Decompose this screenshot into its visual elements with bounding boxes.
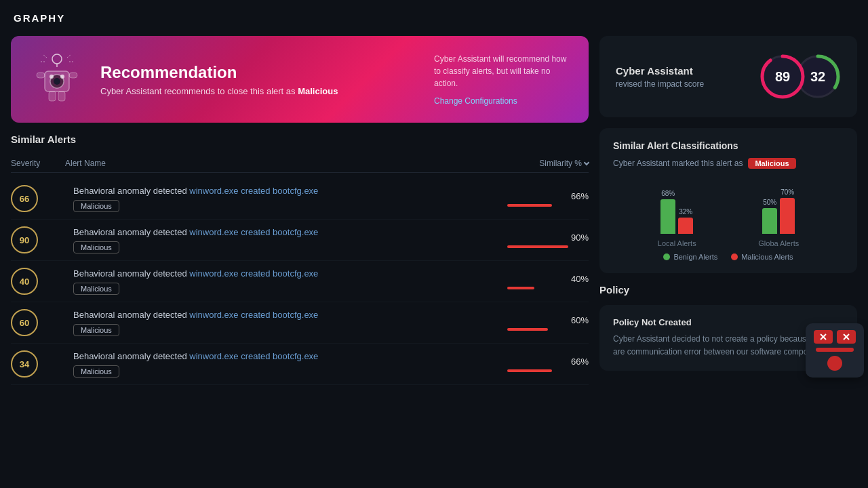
- alert-name-text: Behavioral anomaly detected winword.exe …: [73, 268, 507, 279]
- benign-bar-label: 50%: [763, 199, 776, 206]
- alert-name-highlight: winword.exe created bootcfg.exe: [189, 310, 318, 320]
- alert-name-text: Behavioral anomaly detected winword.exe …: [73, 351, 507, 361]
- mini-card-row: [814, 330, 856, 344]
- cyber-marked-row: Cyber Assistant marked this alert as Mal…: [613, 158, 844, 169]
- bar-group: 50% 70% Globa Alerts: [758, 169, 799, 247]
- policy-mini-card: [806, 323, 864, 378]
- severity-col: 40: [11, 268, 65, 295]
- cyber-marked-text: Cyber Assistant marked this alert as: [613, 159, 743, 168]
- severity-badge: 34: [11, 350, 38, 378]
- score-text: Cyber Assistant revised the impact score: [616, 65, 704, 89]
- severity-col: 60: [11, 309, 65, 336]
- alert-name-highlight: winword.exe created bootcfg.exe: [189, 227, 318, 237]
- svg-point-9: [50, 75, 54, 79]
- left-score-value: 89: [775, 69, 790, 85]
- similarity-bar: [507, 204, 552, 207]
- score-circles: 89 32: [760, 54, 841, 100]
- top-nav: GRAPHY: [0, 0, 868, 36]
- severity-badge: 90: [11, 226, 38, 253]
- similarity-col: 40%: [507, 274, 589, 289]
- mini-btn-1: [814, 330, 833, 344]
- alert-badge: Malicious: [73, 324, 119, 336]
- classifications-card: Similar Alert Classifications Cyber Assi…: [599, 128, 857, 273]
- chart-legend: Benign Alerts Malicious Alerts: [613, 253, 844, 261]
- malicious-legend-item: Malicious Alerts: [731, 253, 793, 261]
- similarity-pct: 60%: [507, 315, 589, 325]
- left-panel: Recommendation Cyber Assistant recommend…: [11, 36, 589, 385]
- benign-legend-label: Benign Alerts: [673, 253, 717, 261]
- right-score-value: 32: [810, 69, 825, 85]
- alert-name-text: Behavioral anomaly detected winword.exe …: [73, 186, 507, 196]
- right-panel: Cyber Assistant revised the impact score…: [599, 36, 857, 385]
- table-row: 60 Behavioral anomaly detected winword.e…: [11, 302, 589, 344]
- svg-line-2: [43, 55, 47, 58]
- robot-icon: [30, 52, 84, 106]
- svg-rect-13: [49, 92, 56, 101]
- x-icon-2: [842, 333, 850, 341]
- svg-line-3: [67, 55, 71, 58]
- malicious-classification-tag: Malicious: [748, 158, 795, 169]
- similarity-bar: [507, 287, 534, 289]
- similarity-sort-icon: [584, 159, 589, 165]
- col-severity-header: Severity: [11, 159, 65, 168]
- change-configurations-link[interactable]: Change Configurations: [434, 96, 517, 106]
- similarity-bar: [507, 369, 552, 372]
- alert-badge: Malicious: [73, 200, 119, 212]
- table-row: 34 Behavioral anomaly detected winword.e…: [11, 344, 589, 385]
- benign-legend-item: Benign Alerts: [663, 253, 717, 261]
- bars: 50% 70%: [762, 169, 795, 234]
- bar-group: 68% 32% Local Alerts: [658, 169, 696, 247]
- malicious-bar: [780, 198, 795, 234]
- alert-name-text: Behavioral anomaly detected winword.exe …: [73, 227, 507, 237]
- malicious-legend-label: Malicious Alerts: [741, 253, 793, 261]
- severity-badge: 66: [11, 185, 38, 212]
- malicious-bar: [678, 218, 693, 234]
- alerts-table: Severity Alert Name Similarity % 66 Beha…: [11, 155, 589, 385]
- app-logo: GRAPHY: [14, 12, 65, 24]
- col-similarity-header[interactable]: Similarity %: [507, 159, 589, 168]
- malicious-bar-label: 70%: [781, 188, 794, 196]
- severity-badge: 40: [11, 268, 38, 295]
- severity-col: 90: [11, 226, 65, 253]
- recommendation-right: Cyber Assistant will recommend how to cl…: [434, 53, 570, 106]
- similarity-col: 60%: [507, 315, 589, 331]
- bar-chart: 68% 32% Local Alerts 50% 70% Globa Alert…: [613, 180, 844, 247]
- bar-group-label: Local Alerts: [658, 239, 696, 247]
- benign-bar-label: 68%: [661, 190, 675, 197]
- recommendation-banner: Recommendation Cyber Assistant recommend…: [11, 36, 589, 123]
- alert-name-col: Behavioral anomaly detected winword.exe …: [65, 268, 507, 295]
- alert-name-highlight: winword.exe created bootcfg.exe: [189, 268, 318, 279]
- benign-bar: [660, 199, 675, 234]
- table-row: 40 Behavioral anomaly detected winword.e…: [11, 261, 589, 302]
- alert-badge: Malicious: [73, 283, 119, 295]
- severity-col: 34: [11, 350, 65, 378]
- similarity-col: 90%: [507, 232, 589, 248]
- alert-badge: Malicious: [73, 241, 119, 253]
- recommendation-desc: Cyber Assistant will recommend how to cl…: [434, 53, 570, 89]
- severity-badge: 60: [11, 309, 38, 336]
- svg-rect-12: [69, 73, 77, 78]
- malicious-bar-label: 32%: [679, 208, 692, 216]
- similar-alerts-section: Similar Alerts Severity Alert Name Simil…: [11, 134, 589, 385]
- benign-bar: [762, 208, 777, 234]
- alert-name-text: Behavioral anomaly detected winword.exe …: [73, 310, 507, 320]
- bar-group-label: Globa Alerts: [758, 239, 799, 247]
- similarity-bar: [507, 328, 548, 331]
- alert-name-col: Behavioral anomaly detected winword.exe …: [65, 186, 507, 212]
- classifications-title: Similar Alert Classifications: [613, 140, 844, 151]
- alert-name-highlight: winword.exe created bootcfg.exe: [189, 186, 318, 196]
- svg-rect-14: [58, 92, 65, 101]
- similarity-pct: 66%: [507, 191, 589, 201]
- policy-title: Policy: [599, 284, 857, 296]
- policy-card: Policy Not Created Cyber Assistant decid…: [599, 305, 857, 371]
- col-name-header: Alert Name: [65, 159, 507, 168]
- similarity-pct: 66%: [507, 357, 589, 367]
- mini-card-line: [816, 348, 854, 352]
- mini-btn-2: [837, 330, 856, 344]
- svg-point-0: [52, 54, 62, 64]
- similarity-pct: 90%: [507, 232, 589, 243]
- table-header: Severity Alert Name Similarity %: [11, 155, 589, 173]
- benign-legend-dot: [663, 253, 670, 260]
- alert-rows-container: 66 Behavioral anomaly detected winword.e…: [11, 178, 589, 385]
- svg-rect-11: [37, 73, 45, 78]
